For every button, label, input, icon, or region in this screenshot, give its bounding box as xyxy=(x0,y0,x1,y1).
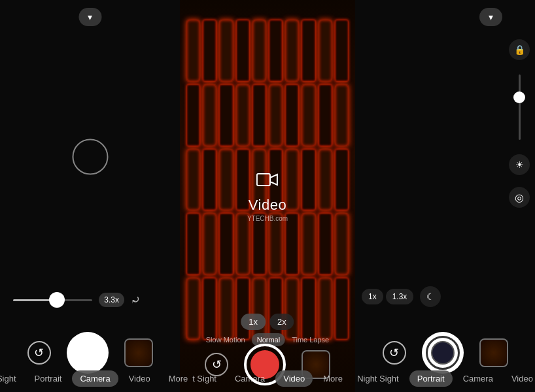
right-vertical-controls: 🔒 ☀ ◎ xyxy=(509,39,530,208)
eye-button[interactable]: ◎ xyxy=(509,187,530,208)
key-18 xyxy=(302,84,315,146)
key-31 xyxy=(186,213,200,275)
key-3 xyxy=(219,20,233,82)
zoom-slider-thumb[interactable] xyxy=(49,292,65,308)
key-11 xyxy=(186,84,200,146)
right-thumbnail[interactable] xyxy=(479,338,508,367)
zoom-2x-button[interactable]: 2x xyxy=(269,314,294,330)
right-mode-camera[interactable]: Camera xyxy=(455,370,501,387)
brightness-icon: ☀ xyxy=(515,159,524,170)
key-12 xyxy=(203,84,216,146)
left-panel: ▾ 3.3x ⤾ ↺ t Sight Portrait xyxy=(0,0,180,392)
key-42 xyxy=(203,278,216,340)
key-7 xyxy=(285,20,299,82)
key-37 xyxy=(285,213,299,275)
night-mode-icon[interactable]: ⤾ xyxy=(131,293,141,307)
key-8 xyxy=(302,20,315,82)
key-10 xyxy=(335,20,349,82)
center-modes-row: t Sight Camera Video More xyxy=(180,365,355,392)
left-top-dropdown[interactable]: ▾ xyxy=(78,8,101,26)
right-top-dropdown[interactable]: ▾ xyxy=(479,8,502,26)
right-panel: ▾ 🔒 ☀ ◎ 1x 1.3x ☾ xyxy=(355,0,535,392)
key-36 xyxy=(269,213,283,275)
right-night-mode-button[interactable]: ☾ xyxy=(420,286,441,307)
left-zoom-slider-row: 3.3x ⤾ xyxy=(13,293,141,307)
key-20 xyxy=(335,84,349,146)
left-mode-t-sight[interactable]: t Sight xyxy=(0,370,24,387)
lock-icon: 🔒 xyxy=(514,44,525,55)
center-mode-video[interactable]: Video xyxy=(275,370,313,387)
center-mode-more[interactable]: More xyxy=(315,370,351,387)
right-chevron-icon: ▾ xyxy=(489,12,493,22)
key-15 xyxy=(252,84,266,146)
key-9 xyxy=(319,20,332,82)
left-chevron-icon: ▾ xyxy=(88,12,92,22)
right-modes-row: Night Sight Portrait Camera Video xyxy=(355,365,535,392)
center-mode-t-sight[interactable]: t Sight xyxy=(184,370,224,387)
brightness-button[interactable]: ☀ xyxy=(509,154,530,175)
key-6 xyxy=(269,20,283,82)
key-21 xyxy=(186,149,200,211)
key-41 xyxy=(186,278,200,340)
key-19 xyxy=(319,84,332,146)
left-circle-indicator xyxy=(72,139,108,175)
brightness-slider-thumb[interactable] xyxy=(513,91,525,103)
key-13 xyxy=(219,84,233,146)
right-zoom-buttons: 1x 1.3x xyxy=(362,289,413,304)
svg-rect-0 xyxy=(257,174,270,186)
key-29 xyxy=(319,149,332,211)
right-night-icon: ☾ xyxy=(426,291,435,302)
right-mode-portrait[interactable]: Portrait xyxy=(409,370,453,387)
key-39 xyxy=(319,213,332,275)
left-rotate-button[interactable]: ↺ xyxy=(27,341,51,365)
key-5 xyxy=(252,20,266,82)
center-zoom-buttons: 1x 2x xyxy=(241,314,294,330)
key-45 xyxy=(252,278,266,340)
left-thumbnail-inner xyxy=(126,340,152,366)
right-zoom-1x[interactable]: 1x xyxy=(362,289,383,304)
right-zoom-1-3x[interactable]: 1.3x xyxy=(386,289,414,304)
right-rotate-button[interactable]: ↺ xyxy=(383,341,406,365)
key-16 xyxy=(269,84,283,146)
key-14 xyxy=(236,84,250,146)
key-23 xyxy=(219,149,233,211)
key-46 xyxy=(269,278,283,340)
lock-button[interactable]: 🔒 xyxy=(509,39,530,60)
key-2 xyxy=(203,20,216,82)
left-mode-video[interactable]: Video xyxy=(121,370,158,387)
center-mode-camera[interactable]: Camera xyxy=(227,370,273,387)
key-28 xyxy=(302,149,315,211)
zoom-1x-button[interactable]: 1x xyxy=(241,314,266,330)
key-32 xyxy=(203,213,216,275)
key-40 xyxy=(335,213,349,275)
center-panel: Video YTECHB.com 1x 2x Slow Motion Norma… xyxy=(180,0,355,392)
video-mode-overlay: Video YTECHB.com xyxy=(247,170,288,222)
key-47 xyxy=(285,278,299,340)
camera-app: ▾ 3.3x ⤾ ↺ t Sight Portrait xyxy=(0,0,535,392)
key-50 xyxy=(335,278,349,340)
key-22 xyxy=(203,149,216,211)
right-mode-night-sight[interactable]: Night Sight xyxy=(349,370,407,387)
brightness-slider-track[interactable] xyxy=(519,74,521,140)
key-43 xyxy=(219,278,233,340)
key-38 xyxy=(302,213,315,275)
left-thumbnail-button[interactable] xyxy=(124,338,153,367)
key-17 xyxy=(285,84,299,146)
right-mode-video[interactable]: Video xyxy=(504,370,535,387)
left-modes-row: t Sight Portrait Camera Video More xyxy=(0,365,180,392)
left-mode-portrait[interactable]: Portrait xyxy=(27,370,70,387)
eye-icon: ◎ xyxy=(515,191,524,204)
key-49 xyxy=(319,278,332,340)
key-33 xyxy=(219,213,233,275)
key-48 xyxy=(302,278,315,340)
key-44 xyxy=(236,278,250,340)
zoom-slider-track[interactable] xyxy=(13,299,92,301)
key-1 xyxy=(186,20,200,82)
video-label: Video xyxy=(247,197,288,214)
key-34 xyxy=(236,213,250,275)
watermark-subtitle: YTECHB.com xyxy=(247,215,288,222)
key-35 xyxy=(252,213,266,275)
key-30 xyxy=(335,149,349,211)
left-mode-camera[interactable]: Camera xyxy=(72,370,118,387)
camera-viewfinder: Video YTECHB.com 1x 2x Slow Motion Norma… xyxy=(180,0,355,392)
